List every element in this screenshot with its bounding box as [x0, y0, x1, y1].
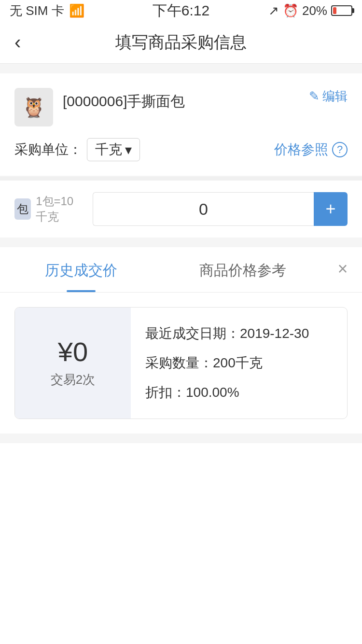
alarm-icon: ⏰: [283, 3, 298, 18]
bottom-space: [0, 443, 362, 644]
tab-active-indicator: [67, 290, 96, 292]
product-card: 🦉 [0000006]手撕面包 ✎ 编辑 采购单位： 千克 ▾ 价格参照 ?: [0, 73, 362, 176]
help-circle-icon: ?: [332, 142, 348, 157]
price-card: ¥0 交易2次 最近成交日期：2019-12-30 采购数量：200千克 折扣：…: [14, 307, 348, 419]
purchase-unit-row: 采购单位： 千克 ▾: [14, 138, 140, 161]
product-thumbnail: 🦉: [14, 88, 53, 126]
status-time: 下午6:12: [153, 1, 209, 21]
quantity-row: 包 1包=10千克 0 +: [0, 181, 362, 238]
unit-label: 包 1包=10千克: [14, 194, 83, 224]
price-right-panel: 最近成交日期：2019-12-30 采购数量：200千克 折扣：100.00%: [131, 308, 347, 419]
edit-icon: ✎: [309, 89, 320, 104]
product-name: [0000006]手撕面包: [63, 92, 185, 112]
unit-value: 千克: [95, 140, 122, 159]
recent-date-row: 最近成交日期：2019-12-30: [145, 323, 333, 345]
product-header: 🦉 [0000006]手撕面包 ✎ 编辑: [14, 88, 348, 126]
close-icon: ×: [337, 259, 348, 279]
quantity-input[interactable]: 0: [93, 192, 314, 226]
purchase-unit-label: 采购单位：: [14, 140, 82, 159]
unit-select-dropdown[interactable]: 千克 ▾: [87, 138, 140, 161]
page-title: 填写商品采购信息: [115, 31, 247, 54]
plus-icon: +: [325, 199, 335, 219]
tabs-section: 历史成交价 商品价格参考 × ¥0 交易2次 最近成交日期：2019-12-30…: [0, 247, 362, 434]
edit-label: 编辑: [322, 88, 348, 105]
back-button[interactable]: ‹: [14, 27, 26, 58]
dropdown-arrow-icon: ▾: [125, 142, 132, 158]
tab-product-price-reference-label: 商品价格参考: [199, 262, 286, 278]
price-reference-link[interactable]: 价格参照 ?: [274, 140, 348, 159]
discount-row: 折扣：100.00%: [145, 382, 333, 404]
status-left: 无 SIM 卡 📶: [10, 2, 84, 19]
unit-box: 包: [14, 198, 31, 220]
tab-product-price-reference[interactable]: 商品价格参考: [162, 247, 323, 292]
carrier-text: 无 SIM 卡: [10, 2, 64, 19]
price-reference-label: 价格参照: [274, 140, 328, 159]
battery-fill: [333, 7, 336, 14]
battery-percent: 20%: [302, 3, 327, 18]
quantity-plus-button[interactable]: +: [314, 192, 348, 226]
location-icon: ↗: [268, 3, 279, 18]
product-info: 🦉 [0000006]手撕面包: [14, 88, 309, 126]
wifi-icon: 📶: [69, 3, 84, 18]
battery-icon: [331, 5, 352, 16]
tabs-header: 历史成交价 商品价格参考 ×: [0, 247, 362, 293]
tab-close-button[interactable]: ×: [323, 259, 362, 281]
status-bar: 无 SIM 卡 📶 下午6:12 ↗ ⏰ 20%: [0, 0, 362, 21]
price-amount: ¥0: [58, 338, 88, 365]
quantity-section: 包 1包=10千克 0 +: [0, 177, 362, 238]
quantity-input-group: 0 +: [93, 192, 348, 226]
price-left-panel: ¥0 交易2次: [15, 308, 131, 419]
tab-history-price[interactable]: 历史成交价: [0, 247, 162, 292]
product-logo-icon: 🦉: [22, 96, 46, 119]
product-footer: 采购单位： 千克 ▾ 价格参照 ?: [14, 138, 348, 161]
purchase-qty-row: 采购数量：200千克: [145, 352, 333, 374]
price-card-container: ¥0 交易2次 最近成交日期：2019-12-30 采购数量：200千克 折扣：…: [0, 293, 362, 434]
price-trades-count: 交易2次: [51, 371, 95, 388]
edit-link[interactable]: ✎ 编辑: [309, 88, 348, 105]
status-right: ↗ ⏰ 20%: [268, 3, 352, 18]
tab-history-price-label: 历史成交价: [45, 262, 117, 278]
unit-conversion: 1包=10千克: [36, 194, 83, 224]
nav-bar: ‹ 填写商品采购信息: [0, 21, 362, 64]
